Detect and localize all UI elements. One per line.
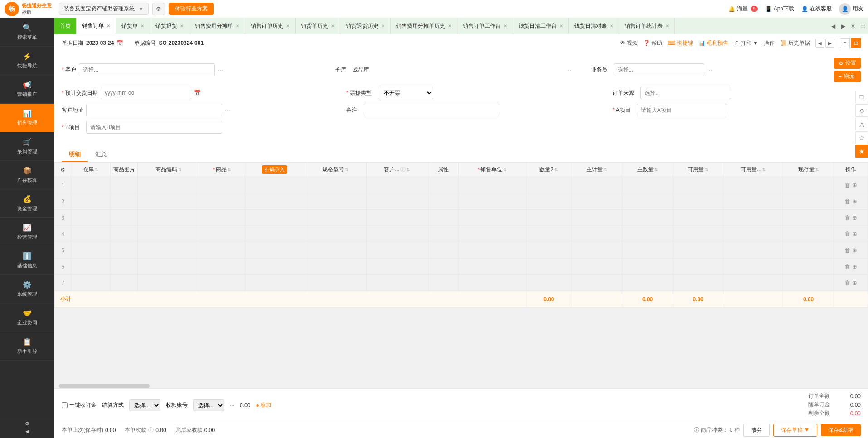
- cell-spec[interactable]: [305, 226, 366, 242]
- row-copy-icon[interactable]: ⊕: [852, 198, 857, 205]
- scan-btn[interactable]: 扫码录入: [262, 165, 287, 174]
- cell-product[interactable]: [199, 193, 245, 210]
- cell-code[interactable]: [138, 242, 199, 259]
- scroll-track[interactable]: [59, 384, 150, 388]
- cell-code[interactable]: [138, 275, 199, 291]
- row-delete-icon[interactable]: 🗑: [844, 182, 850, 188]
- quick-settle-checkbox[interactable]: 一键收订金: [62, 401, 97, 409]
- tab-sales-stats[interactable]: 销售订单统计表 ✕: [619, 18, 675, 34]
- float-btn-1[interactable]: □: [855, 91, 868, 103]
- close-icon[interactable]: ✕: [665, 24, 669, 29]
- cell-main-qty[interactable]: [622, 193, 673, 210]
- cell-available2[interactable]: [723, 242, 783, 259]
- cell-main-unit[interactable]: [572, 275, 622, 291]
- row-delete-icon[interactable]: 🗑: [844, 198, 850, 205]
- cell-available[interactable]: [673, 210, 723, 226]
- cell-warehouse[interactable]: [71, 210, 111, 226]
- add-logistics-btn[interactable]: + 物流: [834, 71, 861, 82]
- th-settings[interactable]: ⚙: [55, 163, 71, 177]
- a-project-input[interactable]: [637, 104, 727, 116]
- cell-available[interactable]: [673, 226, 723, 242]
- sidebar-collapse-btn[interactable]: ◀: [25, 428, 29, 434]
- close-icon[interactable]: ✕: [381, 24, 385, 29]
- row-delete-icon[interactable]: 🗑: [844, 279, 850, 286]
- set-btn[interactable]: ⚙ 设置: [834, 58, 861, 69]
- sidebar-item-guide[interactable]: 📋 新手引导: [0, 332, 54, 361]
- cell-product[interactable]: [199, 259, 245, 275]
- system-selector[interactable]: 装备及固定资产辅助管理系统 ▼: [59, 3, 149, 15]
- cell-available[interactable]: [673, 193, 723, 210]
- address-input[interactable]: [86, 104, 222, 116]
- cell-attribute[interactable]: [428, 275, 458, 291]
- profit-btn[interactable]: 📊 毛利预告: [698, 39, 728, 47]
- float-btn-3[interactable]: △: [855, 118, 868, 130]
- sidebar-item-shortcut[interactable]: ⚡ 快捷导航: [0, 47, 54, 75]
- sidebar-item-system[interactable]: ⚙️ 系统管理: [0, 275, 54, 303]
- sidebar-item-marketing[interactable]: 📢 营销推广: [0, 75, 54, 104]
- customer-input[interactable]: [79, 63, 215, 76]
- tab-prev-btn[interactable]: ◀: [828, 18, 838, 34]
- cell-code[interactable]: [138, 259, 199, 275]
- sidebar-item-enterprise[interactable]: 🤝 企业协同: [0, 303, 54, 332]
- tab-sales-order-history[interactable]: 销售订单历史 ✕: [245, 18, 296, 34]
- cell-customer-code[interactable]: [366, 193, 428, 210]
- cell-main-qty[interactable]: [622, 226, 673, 242]
- cell-product[interactable]: [199, 275, 245, 291]
- cell-current[interactable]: [783, 275, 834, 291]
- settings-icon[interactable]: ⚙: [152, 3, 165, 15]
- cell-available2[interactable]: [723, 177, 783, 193]
- tab-invoice-history[interactable]: 销货单历史 ✕: [296, 18, 340, 34]
- th-scan[interactable]: 扫码录入: [245, 163, 305, 177]
- close-icon[interactable]: ✕: [236, 24, 239, 29]
- industry-btn[interactable]: 体验行业方案: [169, 3, 214, 15]
- cell-warehouse[interactable]: [71, 275, 111, 291]
- nav-next-btn[interactable]: ▶: [825, 39, 834, 48]
- cell-current[interactable]: [783, 177, 834, 193]
- cell-product[interactable]: [199, 210, 245, 226]
- cell-main-qty[interactable]: [622, 210, 673, 226]
- payment-method-select[interactable]: 选择...: [129, 399, 160, 411]
- cell-spec[interactable]: [305, 193, 366, 210]
- invoice-type-select[interactable]: 不开票 增值税普通发票 增值税专用发票: [378, 87, 433, 99]
- cell-available2[interactable]: [723, 193, 783, 210]
- cell-customer-code[interactable]: [366, 210, 428, 226]
- cell-qty2[interactable]: [526, 259, 572, 275]
- tab-sales-invoice[interactable]: 销货单 ✕: [116, 18, 150, 34]
- close-icon[interactable]: ✕: [448, 24, 451, 29]
- cell-warehouse[interactable]: [71, 193, 111, 210]
- cell-qty2[interactable]: [526, 275, 572, 291]
- tab-detail[interactable]: 明细: [62, 148, 88, 162]
- view-btn[interactable]: 👁 视频: [620, 39, 638, 47]
- notification-item[interactable]: 🔔 海量 9: [728, 5, 758, 13]
- cell-customer-code[interactable]: [366, 226, 428, 242]
- cell-qty2[interactable]: [526, 210, 572, 226]
- discard-btn[interactable]: 放弃: [743, 424, 770, 437]
- tab-summary[interactable]: 汇总: [88, 148, 114, 162]
- close-icon[interactable]: ✕: [610, 24, 613, 29]
- delivery-date-input[interactable]: [101, 87, 191, 99]
- cell-unit[interactable]: [458, 193, 526, 210]
- cell-spec[interactable]: [305, 259, 366, 275]
- user-item[interactable]: 👤 用友: [839, 3, 863, 15]
- cell-main-unit[interactable]: [572, 259, 622, 275]
- cell-attribute[interactable]: [428, 242, 458, 259]
- cell-available2[interactable]: [723, 275, 783, 291]
- cell-attribute[interactable]: [428, 259, 458, 275]
- cell-code[interactable]: [138, 177, 199, 193]
- cell-main-qty[interactable]: [622, 242, 673, 259]
- customer-more-icon[interactable]: ···: [218, 66, 223, 73]
- float-btn-4[interactable]: ☆: [855, 131, 868, 144]
- cell-warehouse[interactable]: [71, 242, 111, 259]
- tab-expense-history[interactable]: 销售费用分摊单历史 ✕: [391, 18, 457, 34]
- sidebar-item-operation[interactable]: 📈 经营管理: [0, 218, 54, 246]
- print-btn[interactable]: 🖨 打印 ▼: [734, 39, 758, 47]
- help-btn[interactable]: ❓ 帮助: [643, 39, 662, 47]
- cell-main-unit[interactable]: [572, 193, 622, 210]
- cell-attribute[interactable]: [428, 226, 458, 242]
- cell-main-unit[interactable]: [572, 177, 622, 193]
- cell-spec[interactable]: [305, 242, 366, 259]
- order-source-input[interactable]: [640, 87, 731, 99]
- calendar-icon[interactable]: 📅: [116, 40, 123, 46]
- save-draft-btn[interactable]: 保存草稿 ▼: [773, 424, 817, 437]
- sidebar-item-finance[interactable]: 💰 资金管理: [0, 189, 54, 218]
